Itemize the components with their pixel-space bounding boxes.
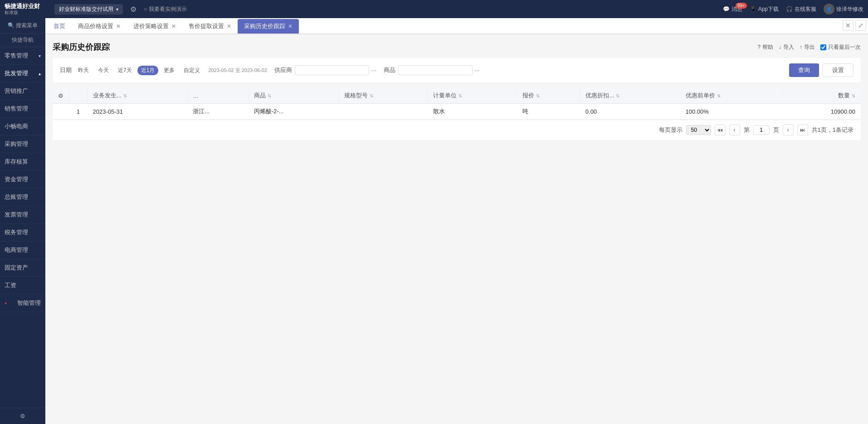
cell-before-price: 100.00% xyxy=(680,104,782,120)
close-icon[interactable]: ✕ xyxy=(116,23,121,29)
only-last-checkbox[interactable] xyxy=(820,44,826,50)
tab-sale-price-extract[interactable]: 售价提取设置 ✕ xyxy=(182,19,238,34)
main-layout: 🔍 搜索菜单 快捷导航 零售管理 ▾ 批发管理 ▴ 营销推广 销售管理 小畅电商… xyxy=(0,18,868,424)
cell-spec xyxy=(338,104,428,120)
col-unit[interactable]: 计量单位 ⇅ xyxy=(428,88,517,104)
sidebar-item-label: 销售管理 xyxy=(5,105,28,113)
tab-expand-btn[interactable]: ⤢ xyxy=(855,20,866,31)
col-discount[interactable]: 优惠折扣... ⇅ xyxy=(580,88,680,104)
goods-label: 商品 xyxy=(384,66,395,74)
date-btn-7days[interactable]: 近7天 xyxy=(114,66,136,75)
tab-price-settings[interactable]: 商品价格设置 ✕ xyxy=(72,19,127,34)
page-unit: 页 xyxy=(773,126,779,134)
sidebar-item-purchase[interactable]: 采购管理 xyxy=(0,135,45,153)
sidebar-item-ecommerce[interactable]: 电商管理 xyxy=(0,241,45,259)
sidebar-item-ledger[interactable]: 总账管理 xyxy=(0,188,45,206)
help-btn[interactable]: ? 帮助 xyxy=(757,43,773,51)
sidebar-item-invoice[interactable]: 发票管理 xyxy=(0,206,45,224)
sidebar-item-marketing[interactable]: 营销推广 xyxy=(0,82,45,100)
online-service-btn[interactable]: 🎧 在线客服 xyxy=(786,5,816,13)
sidebar-item-retail[interactable]: 零售管理 ▾ xyxy=(0,47,45,65)
close-icon[interactable]: ✕ xyxy=(227,23,231,29)
only-last-checkbox-label[interactable]: 只看最后一次 xyxy=(820,43,861,51)
content-area: 首页 商品价格设置 ✕ 进价策略设置 ✕ 售价提取设置 ✕ 采购历史价跟踪 ✕ … xyxy=(45,18,868,424)
settings-btn[interactable]: 设置 xyxy=(823,63,853,77)
tab-purchase-history-price[interactable]: 采购历史价跟踪 ✕ xyxy=(238,19,299,34)
cell-unit: 散水 xyxy=(428,104,517,120)
tab-label: 售价提取设置 xyxy=(189,22,224,30)
first-page-btn[interactable]: ⏮ xyxy=(715,125,726,135)
import-label: 导入 xyxy=(783,43,794,51)
headset-icon: 🎧 xyxy=(786,6,793,12)
tab-close-btn[interactable]: ✕ xyxy=(843,20,853,31)
col-settings[interactable]: ⚙ xyxy=(53,88,69,104)
page-actions: ? 帮助 ↓ 导入 ↑ 导出 只看最后一次 xyxy=(757,43,861,51)
supplier-input[interactable] xyxy=(295,65,369,75)
date-range-display: 2023-05-02 至 2023-06-02 xyxy=(208,67,267,74)
pagination-bar: 每页显示 50 100 200 ⏮ ‹ 第 页 › ⏭ 共1页，1条记录 xyxy=(53,120,861,140)
col-more-label: ... xyxy=(193,92,198,99)
goods-more-icon[interactable]: ··· xyxy=(474,67,480,74)
message-icon: 💬 xyxy=(723,6,730,12)
import-btn[interactable]: ↓ 导入 xyxy=(779,43,794,51)
date-btn-more[interactable]: 更多 xyxy=(160,66,178,75)
next-page-btn[interactable]: › xyxy=(783,125,794,135)
goods-input-area: ··· xyxy=(398,65,480,75)
page-title: 采购历史价跟踪 xyxy=(53,42,110,53)
cell-quantity: 10900.00 xyxy=(782,104,861,120)
prev-page-btn[interactable]: ‹ xyxy=(729,125,740,135)
col-price[interactable]: 报价 ⇅ xyxy=(517,88,580,104)
sidebar-item-label: 零售管理 xyxy=(5,52,28,60)
demo-link[interactable]: ○ 我要看实例演示 xyxy=(144,5,187,13)
close-icon[interactable]: ✕ xyxy=(288,23,293,29)
page-input[interactable] xyxy=(753,125,770,135)
app-download-btn[interactable]: 📱 App下载 xyxy=(750,5,779,13)
sort-icon: ⇅ xyxy=(717,93,721,98)
sort-icon: ⇅ xyxy=(370,93,373,98)
per-page-select[interactable]: 50 100 200 xyxy=(686,125,711,135)
date-btn-yesterday[interactable]: 昨天 xyxy=(74,66,93,75)
version-selector[interactable]: 好业财标准版交付试用 ▾ xyxy=(54,4,123,14)
sidebar-search[interactable]: 🔍 搜索菜单 xyxy=(0,18,45,34)
sidebar-item-fixed-assets[interactable]: 固定资产 xyxy=(0,259,45,277)
tab-home[interactable]: 首页 xyxy=(47,19,72,34)
user-info[interactable]: 👤 徐泽华修改 xyxy=(824,4,863,14)
col-more[interactable]: ... xyxy=(187,88,249,104)
col-goods[interactable]: 商品 ⇅ xyxy=(249,88,338,104)
col-date[interactable]: 业务发生... ⇅ xyxy=(88,88,188,104)
col-quantity-label: 数量 xyxy=(838,92,850,100)
export-btn[interactable]: ↑ 导出 xyxy=(800,43,815,51)
sidebar-item-finance[interactable]: 资金管理 xyxy=(0,171,45,188)
col-spec[interactable]: 规格型号 ⇅ xyxy=(338,88,428,104)
sidebar-item-payroll[interactable]: 工资 xyxy=(0,277,45,294)
sidebar-quick-nav[interactable]: 快捷导航 xyxy=(0,34,45,47)
sidebar-item-inventory[interactable]: 库存核算 xyxy=(0,153,45,171)
logo-area: 畅捷通好业财 标准版 xyxy=(5,3,50,15)
date-btn-1month[interactable]: 近1月 xyxy=(137,66,159,75)
col-before-price-label: 优惠前单价 xyxy=(686,92,715,100)
per-page-label: 每页显示 xyxy=(659,126,683,134)
sidebar-item-ecommerce-small[interactable]: 小畅电商 xyxy=(0,118,45,135)
cell-price-unit: 吨 xyxy=(517,104,580,120)
close-icon[interactable]: ✕ xyxy=(171,23,176,29)
tab-purchase-strategy[interactable]: 进价策略设置 ✕ xyxy=(127,19,182,34)
sidebar-item-tax[interactable]: 税务管理 xyxy=(0,224,45,241)
sidebar-settings-btn[interactable]: ⚙ xyxy=(0,408,45,424)
sidebar-item-sales[interactable]: 销售管理 xyxy=(0,100,45,118)
supplier-more-icon[interactable]: ··· xyxy=(371,67,376,74)
message-badge: 99+ xyxy=(736,3,747,9)
sidebar-item-wholesale[interactable]: 批发管理 ▴ xyxy=(0,65,45,82)
query-btn[interactable]: 查询 xyxy=(789,63,819,77)
goods-input[interactable] xyxy=(398,65,473,75)
top-header: 畅捷通好业财 标准版 好业财标准版交付试用 ▾ ⚙ ○ 我要看实例演示 💬 消息… xyxy=(0,0,868,18)
col-quantity[interactable]: 数量 ⇅ xyxy=(782,88,861,104)
total-info: 共1页，1条记录 xyxy=(812,126,853,134)
sidebar-item-smart[interactable]: 智能管理 xyxy=(0,294,45,312)
user-name: 徐泽华修改 xyxy=(836,5,863,13)
col-before-price[interactable]: 优惠前单价 ⇅ xyxy=(680,88,782,104)
date-btn-today[interactable]: 今天 xyxy=(94,66,112,75)
settings-icon[interactable]: ⚙ xyxy=(130,5,137,14)
last-page-btn[interactable]: ⏭ xyxy=(797,125,808,135)
message-btn[interactable]: 💬 消息 99+ xyxy=(723,5,742,13)
date-btn-custom[interactable]: 自定义 xyxy=(180,66,204,75)
